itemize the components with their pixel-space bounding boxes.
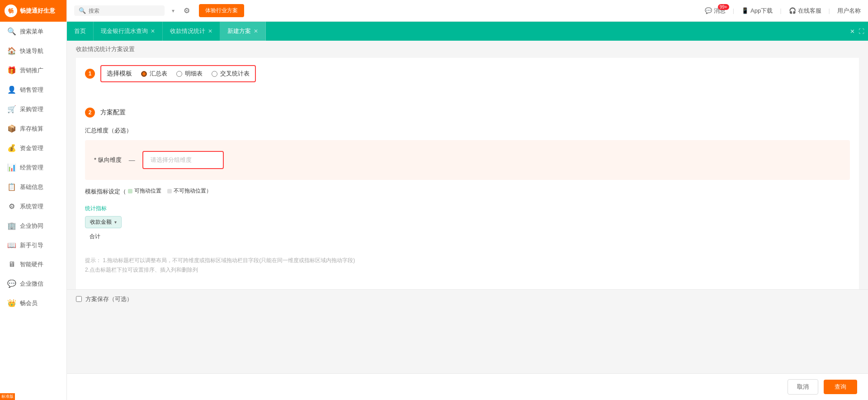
save-section: 方案保存（可选）	[67, 289, 868, 309]
sidebar-item-label: 系统管理	[20, 202, 43, 211]
inventory-icon: 📦	[7, 124, 16, 133]
dimension-select[interactable]: 请选择分组维度	[142, 151, 224, 169]
vertical-label: * 纵向维度	[94, 156, 122, 164]
tab-bank-flow[interactable]: 现金银行流水查询 ✕	[94, 22, 163, 41]
tips-area: 提示： 1.拖动标题栏可以调整布局，不可跨维度或指标区域拖动栏目字段(只能在同一…	[85, 252, 850, 280]
radio-cross-input[interactable]	[212, 71, 217, 77]
sidebar-item-wechat[interactable]: 💬 企业微信	[0, 274, 66, 293]
close-window-icon[interactable]: ✕	[850, 28, 855, 35]
service-label: 在线客服	[798, 7, 821, 15]
tabbar: 首页 现金银行流水查询 ✕ 收款情况统计 ✕ 新建方案 ✕ ✕ ⛶	[67, 22, 868, 41]
sidebar-item-sales[interactable]: 👤 销售管理	[0, 80, 66, 99]
cancel-button[interactable]: 取消	[788, 379, 818, 395]
save-checkbox[interactable]	[76, 296, 82, 302]
step2-label: 方案配置	[100, 108, 126, 117]
sidebar-item-search-menu[interactable]: 🔍 搜索菜单	[0, 22, 66, 41]
tab-collection-stats[interactable]: 收款情况统计 ✕	[163, 22, 220, 41]
sidebar-logo: 畅 畅捷通好生意 标准版	[0, 0, 66, 22]
sidebar-item-label: 快速导航	[20, 47, 43, 55]
tab-close-icon[interactable]: ✕	[151, 28, 155, 34]
radio-summary-input[interactable]	[141, 71, 147, 77]
tip-2: 2.点击标题栏下拉可设置排序、插入列和删除列	[85, 266, 850, 274]
metrics-sum: 合计	[85, 231, 850, 242]
maximize-icon[interactable]: ⛶	[859, 28, 864, 35]
sidebar-item-label: 企业微信	[20, 280, 43, 288]
sidebar-item-label: 搜索菜单	[20, 28, 43, 36]
system-icon: ⚙	[7, 202, 16, 211]
radio-cross[interactable]: 交叉统计表	[212, 70, 250, 78]
gear-icon[interactable]: ⚙	[184, 6, 190, 15]
sidebar-item-label: 库存核算	[20, 125, 43, 133]
smart-hw-icon: 🖥	[7, 260, 16, 268]
tag-label: 收款金额	[90, 218, 112, 226]
sidebar-nav: 🔍 搜索菜单 🏠 快速导航 🎁 营销推广 👤 销售管理 🛒 采购管理 📦 库存核…	[0, 22, 66, 400]
version-tag: 标准版	[0, 393, 15, 400]
finance-icon: 💰	[7, 144, 16, 152]
download-icon: 📱	[741, 7, 749, 14]
tab-new-plan[interactable]: 新建方案 ✕	[220, 22, 266, 41]
radio-cross-label: 交叉统计表	[220, 70, 250, 78]
collection-amount-tag[interactable]: 收款金额 ▾	[85, 216, 122, 228]
query-button[interactable]: 查询	[824, 380, 857, 394]
page-content: 收款情况统计方案设置 1 选择模板 汇总表 明细表	[67, 41, 868, 373]
sidebar-item-smart-hw[interactable]: 🖥 智能硬件	[0, 255, 66, 274]
sales-icon: 👤	[7, 85, 16, 94]
search-icon: 🔍	[79, 7, 86, 14]
tab-label: 首页	[74, 27, 86, 35]
footer-bar: 取消 查询	[67, 373, 868, 400]
fixed-dot	[167, 189, 172, 193]
sidebar-item-label: 畅会员	[20, 299, 38, 307]
radio-detail-label: 明细表	[185, 70, 203, 78]
sidebar-item-label: 基础信息	[20, 183, 43, 191]
tab-home[interactable]: 首页	[67, 22, 94, 41]
trial-button[interactable]: 体验行业方案	[199, 4, 244, 17]
tag-dropdown-icon[interactable]: ▾	[114, 220, 117, 225]
user-name[interactable]: 用户名称	[837, 7, 861, 15]
sidebar-item-purchase[interactable]: 🛒 采购管理	[0, 99, 66, 119]
tab-close-icon[interactable]: ✕	[208, 28, 212, 34]
sidebar-item-quick-nav[interactable]: 🏠 快速导航	[0, 41, 66, 61]
fixed-legend: 不可拖动位置）	[167, 187, 212, 195]
search-input[interactable]	[89, 8, 152, 14]
radio-detail-input[interactable]	[176, 71, 182, 77]
tab-label: 现金银行流水查询	[101, 27, 148, 35]
sidebar-item-basic-info[interactable]: 📋 基础信息	[0, 177, 66, 197]
sidebar-item-system[interactable]: ⚙ 系统管理	[0, 197, 66, 216]
notification-count: 99+	[718, 4, 729, 10]
step1-label: 选择模板	[107, 70, 132, 78]
operation-icon: 📊	[7, 163, 16, 172]
logo-title: 畅捷通好生意	[20, 7, 55, 15]
tab-label: 新建方案	[227, 27, 251, 35]
sidebar-item-label: 销售管理	[20, 86, 43, 94]
tip-1: 提示： 1.拖动标题栏可以调整布局，不可跨维度或指标区域拖动栏目字段(只能在同一…	[85, 257, 850, 264]
search-dropdown-icon[interactable]: ▾	[172, 8, 175, 14]
sidebar-item-marketing[interactable]: 🎁 营销推广	[0, 61, 66, 80]
service-button[interactable]: 🎧 在线客服	[789, 7, 821, 15]
sidebar-item-member[interactable]: 👑 畅会员	[0, 293, 66, 313]
metrics-title-text: 模板指标设定（	[85, 188, 126, 195]
sidebar-item-operation[interactable]: 📊 经营管理	[0, 158, 66, 177]
topbar-right: 💬 消息 99+ | 📱 App下载 | 🎧 在线客服 | 用户名称	[705, 7, 861, 15]
app-download-button[interactable]: 📱 App下载	[741, 7, 773, 15]
template-options-box: 选择模板 汇总表 明细表 交叉统计表	[100, 65, 256, 82]
purchase-icon: 🛒	[7, 105, 16, 113]
radio-summary[interactable]: 汇总表	[141, 70, 167, 78]
logo-icon: 畅	[5, 5, 17, 17]
radio-detail[interactable]: 明细表	[176, 70, 203, 78]
sidebar-item-label: 智能硬件	[20, 260, 43, 268]
sidebar-item-guide[interactable]: 📖 新手引导	[0, 235, 66, 255]
message-icon: 💬	[705, 7, 712, 14]
sidebar-item-label: 企业协同	[20, 222, 43, 230]
movable-label: 可拖动位置	[134, 187, 161, 195]
notification-button[interactable]: 💬 消息 99+	[705, 7, 726, 15]
search-box[interactable]: 🔍	[74, 5, 165, 16]
sidebar-item-inventory[interactable]: 📦 库存核算	[0, 119, 66, 138]
metrics-group-label: 统计指标	[85, 205, 850, 212]
arrow-icon: —	[129, 156, 135, 164]
quick-nav-icon: 🏠	[7, 47, 16, 55]
metrics-tag-row: 收款金额 ▾	[85, 216, 850, 228]
sidebar-item-finance[interactable]: 💰 资金管理	[0, 138, 66, 158]
guide-icon: 📖	[7, 241, 16, 249]
tab-close-icon[interactable]: ✕	[254, 28, 258, 34]
sidebar-item-enterprise[interactable]: 🏢 企业协同	[0, 216, 66, 235]
